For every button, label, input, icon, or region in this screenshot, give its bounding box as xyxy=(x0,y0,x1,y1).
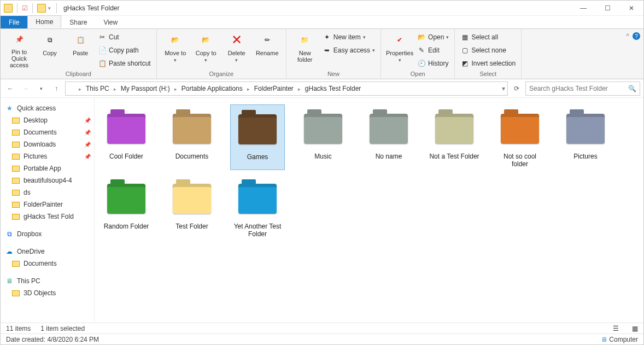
folder-item[interactable]: Pictures xyxy=(558,104,613,170)
properties-button[interactable]: ✔Properties xyxy=(384,30,415,69)
folder-item[interactable]: Yet Another Test Folder xyxy=(230,174,285,240)
sidebar-item-label: FolderPainter xyxy=(24,201,63,208)
back-button[interactable]: ← xyxy=(4,82,17,95)
close-button[interactable]: ✕ xyxy=(619,1,643,16)
recent-button[interactable]: ▾ xyxy=(34,82,48,95)
folder-item[interactable]: Games xyxy=(230,104,285,170)
folder-thumb xyxy=(104,107,148,150)
breadcrumb-seg[interactable]: gHacks Test Folder xyxy=(303,84,364,93)
folder-item[interactable]: Not so cool folder xyxy=(493,104,547,170)
sidebar-item[interactable]: Documents📌 xyxy=(1,126,94,138)
delete-button[interactable]: ✕Delete xyxy=(221,30,252,69)
folder-item[interactable]: Music xyxy=(296,104,350,170)
sidebar-dropbox[interactable]: ⧉Dropbox xyxy=(1,228,94,240)
sidebar-item[interactable]: Downloads📌 xyxy=(1,138,94,150)
folder-icon xyxy=(11,176,20,185)
breadcrumb[interactable]: This PC My Passport (H:) Portable Applic… xyxy=(65,81,508,96)
copy-button[interactable]: ⧉Copy xyxy=(34,30,65,69)
help-icon[interactable]: ? xyxy=(633,32,640,40)
sidebar-item[interactable]: gHacks Test Fold xyxy=(1,210,94,223)
new-item-button[interactable]: ✦New item xyxy=(320,31,377,43)
ribbon: 📌Pin to Quick access ⧉Copy 📋Paste ✂Cut 📄… xyxy=(1,29,643,79)
breadcrumb-seg[interactable]: This PC xyxy=(84,84,112,93)
folder-icon xyxy=(11,289,20,297)
sidebar-item[interactable]: Documents xyxy=(1,258,94,270)
view-large-icon[interactable]: ▦ xyxy=(632,325,638,332)
copy-to-button[interactable]: 📂Copy to xyxy=(191,30,221,69)
search-icon: 🔍 xyxy=(628,85,636,92)
open-icon: 📂 xyxy=(417,33,426,42)
sidebar-item-label: Documents xyxy=(24,260,57,267)
rename-button[interactable]: ✏Rename xyxy=(252,30,283,69)
sidebar-item[interactable]: ds xyxy=(1,186,94,198)
paste-icon: 📋 xyxy=(72,31,89,49)
select-all-button[interactable]: ▦Select all xyxy=(458,31,518,43)
sidebar-thispc[interactable]: 🖥This PC xyxy=(1,275,94,287)
sidebar-item-label: 3D Objects xyxy=(24,289,56,297)
breadcrumb-seg[interactable]: My Passport (H:) xyxy=(119,84,172,93)
folder-label: No name xyxy=(376,150,402,160)
copy-path-button[interactable]: 📄Copy path xyxy=(96,44,153,56)
breadcrumb-seg[interactable]: Portable Applications xyxy=(179,84,245,93)
folder-label: Test Folder xyxy=(175,220,208,230)
folder-item[interactable]: No name xyxy=(361,104,416,170)
properties-qat-icon[interactable]: ☑ xyxy=(22,4,28,12)
search-box[interactable]: 🔍 xyxy=(525,81,640,96)
sidebar-item[interactable]: 3D Objects xyxy=(1,287,94,299)
collapse-ribbon-icon[interactable]: ^ xyxy=(626,32,629,40)
history-icon: 🕘 xyxy=(417,59,426,68)
paste-shortcut-button[interactable]: 📋Paste shortcut xyxy=(96,57,153,69)
open-button[interactable]: 📂Open xyxy=(415,31,451,43)
minimize-button[interactable]: — xyxy=(571,1,595,16)
breadcrumb-dropdown-icon[interactable]: ▾ xyxy=(502,85,505,92)
edit-button[interactable]: ✎Edit xyxy=(415,44,451,56)
tab-home[interactable]: Home xyxy=(27,15,61,28)
paste-button[interactable]: 📋Paste xyxy=(65,30,96,69)
cut-icon: ✂ xyxy=(98,33,107,42)
sidebar-quick-access[interactable]: ★Quick access xyxy=(1,102,94,114)
select-none-button[interactable]: ▢Select none xyxy=(458,44,518,56)
sidebar-item[interactable]: Portable App xyxy=(1,162,94,174)
history-button[interactable]: 🕘History xyxy=(415,57,451,69)
forward-button[interactable]: → xyxy=(19,82,32,95)
group-new-label: New xyxy=(290,70,377,78)
search-input[interactable] xyxy=(529,85,628,92)
folder-item[interactable]: Random Folder xyxy=(99,174,154,240)
invert-selection-button[interactable]: ◩Invert selection xyxy=(458,57,518,69)
sidebar-item[interactable]: FolderPainter xyxy=(1,198,94,210)
sidebar-item[interactable]: Desktop📌 xyxy=(1,114,94,126)
sidebar-item[interactable]: beautifulsoup4-4 xyxy=(1,174,94,186)
delete-icon: ✕ xyxy=(228,31,245,49)
folder-label: Music xyxy=(314,150,331,160)
folder-icon xyxy=(11,152,20,161)
cut-button[interactable]: ✂Cut xyxy=(96,31,153,43)
computer-icon: 🖥 xyxy=(601,336,609,343)
computer-label: Computer xyxy=(609,336,638,343)
rename-icon: ✏ xyxy=(259,31,276,49)
sidebar-item[interactable]: Pictures📌 xyxy=(1,150,94,162)
folder-item[interactable]: Documents xyxy=(165,104,219,170)
qat-dropdown-icon[interactable]: ▾ xyxy=(48,5,51,11)
move-to-button[interactable]: 📂Move to xyxy=(160,30,191,69)
folder-qat-icon[interactable] xyxy=(37,4,46,13)
maximize-button[interactable]: ☐ xyxy=(595,1,619,16)
folder-item[interactable]: Not a Test Folder xyxy=(427,104,482,170)
tab-share[interactable]: Share xyxy=(61,16,95,28)
easy-access-button[interactable]: ➥Easy access xyxy=(320,44,377,56)
folder-thumb xyxy=(104,177,148,220)
breadcrumb-seg[interactable]: FolderPainter xyxy=(252,84,296,93)
sidebar-onedrive[interactable]: ☁OneDrive xyxy=(1,245,94,258)
tab-file[interactable]: File xyxy=(1,16,27,28)
folder-label: Cool Folder xyxy=(109,150,143,160)
new-folder-button[interactable]: 📁New folder xyxy=(290,30,320,69)
folder-item[interactable]: Cool Folder xyxy=(99,104,154,170)
copy-path-icon: 📄 xyxy=(98,46,107,55)
tab-view[interactable]: View xyxy=(95,16,126,28)
content-area[interactable]: Cool FolderDocumentsGamesMusicNo nameNot… xyxy=(95,98,643,323)
sidebar: ★Quick access Desktop📌Documents📌Download… xyxy=(1,98,95,323)
view-details-icon[interactable]: ☰ xyxy=(613,325,619,332)
refresh-button[interactable]: ⟳ xyxy=(510,82,523,95)
up-button[interactable]: ↑ xyxy=(50,82,63,95)
folder-item[interactable]: Test Folder xyxy=(165,174,219,240)
pin-quick-access-button[interactable]: 📌Pin to Quick access xyxy=(4,30,34,69)
